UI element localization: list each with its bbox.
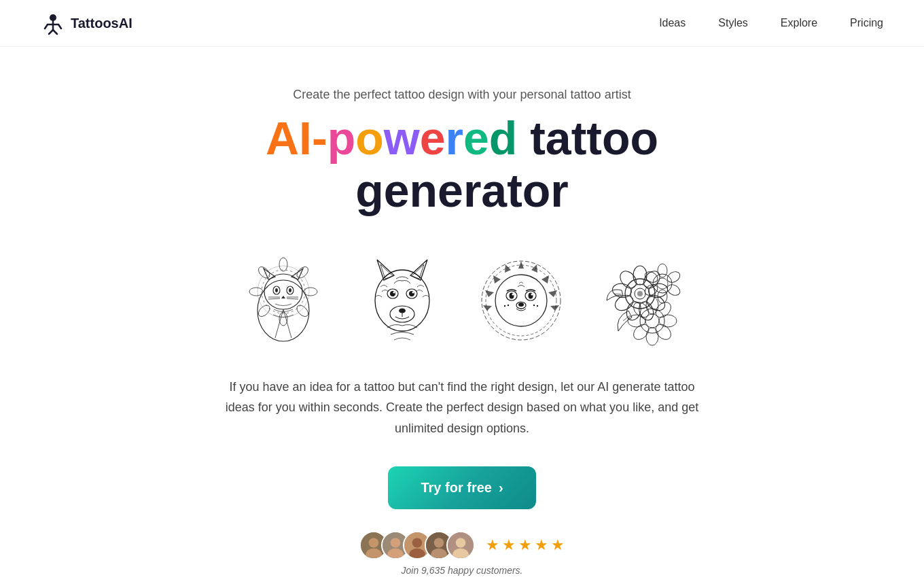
svg-point-118 (434, 538, 444, 547)
title-p: p (327, 112, 356, 164)
svg-point-112 (391, 538, 400, 547)
svg-point-15 (289, 288, 291, 292)
svg-point-121 (456, 538, 465, 547)
title-w: w (384, 112, 420, 164)
nav-pricing[interactable]: Pricing (850, 17, 883, 29)
tattoo-lion (469, 250, 574, 355)
social-proof-text: Join 9,635 happy customers. (402, 565, 523, 576)
hero-title-line2: generator (355, 164, 569, 217)
nav-styles[interactable]: Styles (718, 17, 748, 29)
star-1: ★ (486, 536, 499, 554)
star-2: ★ (502, 536, 516, 554)
svg-line-6 (58, 24, 61, 29)
nav-ideas[interactable]: Ideas (659, 17, 686, 29)
tattoo-gallery (231, 250, 693, 355)
star-4: ★ (535, 536, 548, 554)
svg-point-115 (412, 538, 422, 547)
social-proof: ★ ★ ★ ★ ★ Join 9,635 happy customers. (359, 531, 565, 576)
logo-link[interactable]: TattoosAI (41, 11, 132, 35)
svg-point-87 (637, 291, 643, 296)
tattoo-roses (588, 250, 693, 355)
hero-title: AI-powered tattoo (266, 113, 658, 164)
svg-point-68 (518, 303, 524, 307)
title-ai: AI- (266, 112, 327, 164)
logo-text: TattoosAI (71, 16, 132, 31)
svg-point-45 (412, 291, 414, 293)
title-e2: e (463, 112, 489, 164)
svg-point-70 (508, 305, 509, 306)
logo-icon (41, 11, 65, 35)
title-e: e (420, 112, 446, 164)
title-r: r (445, 112, 463, 164)
svg-point-72 (533, 305, 535, 306)
try-for-free-button[interactable]: Try for free › (388, 466, 535, 509)
tattoo-wolf (350, 250, 455, 355)
nav-explore[interactable]: Explore (781, 17, 817, 29)
svg-line-3 (49, 30, 53, 34)
svg-rect-7 (231, 250, 336, 355)
svg-point-71 (504, 305, 505, 307)
cta-arrow-icon: › (499, 480, 503, 496)
hero-description: If you have an idea for a tattoo but can… (224, 377, 700, 439)
svg-point-0 (50, 14, 56, 21)
svg-point-65 (512, 293, 514, 295)
svg-point-60 (495, 275, 547, 326)
user-avatars (359, 531, 475, 560)
title-o: o (355, 112, 384, 164)
svg-rect-33 (350, 250, 455, 355)
svg-point-14 (275, 288, 278, 292)
svg-line-4 (53, 30, 57, 34)
nav-links: Ideas Styles Explore Pricing (659, 17, 883, 29)
hero-section: Create the perfect tattoo design with yo… (0, 47, 924, 584)
star-3: ★ (518, 536, 532, 554)
tattoo-cat (231, 250, 336, 355)
svg-point-44 (393, 291, 395, 293)
svg-point-73 (537, 305, 538, 307)
avatars-stars-row: ★ ★ ★ ★ ★ (359, 531, 565, 560)
title-d: d (489, 112, 518, 164)
svg-point-66 (531, 293, 533, 295)
star-5: ★ (551, 536, 565, 554)
cta-label: Try for free (421, 480, 491, 496)
svg-line-5 (45, 24, 48, 29)
avatar-5 (446, 531, 475, 560)
navbar: TattoosAI Ideas Styles Explore Pricing (0, 0, 924, 47)
star-rating: ★ ★ ★ ★ ★ (486, 536, 565, 554)
svg-point-46 (399, 308, 406, 313)
svg-point-109 (369, 538, 378, 547)
hero-subtitle: Create the perfect tattoo design with yo… (293, 88, 630, 102)
